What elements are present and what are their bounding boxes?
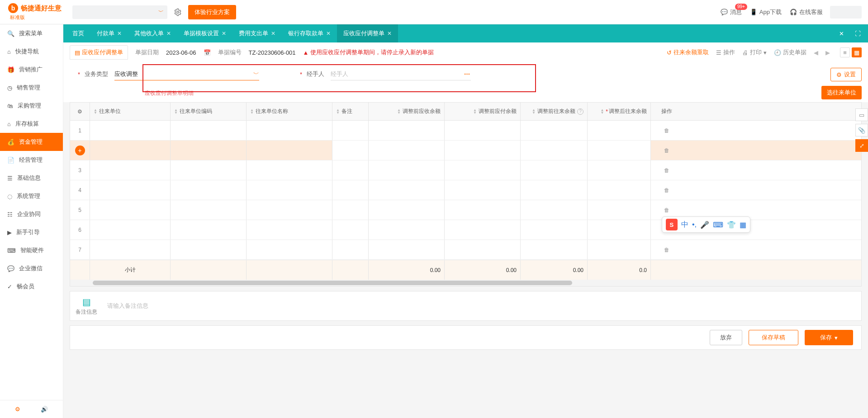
table-row[interactable]: +🗑	[70, 141, 861, 160]
cell-unit[interactable]	[90, 160, 171, 180]
cell-remark[interactable]	[332, 200, 369, 220]
prev-icon[interactable]: ◀	[814, 49, 818, 56]
cell-name[interactable]	[247, 220, 332, 240]
cell-ar[interactable]	[369, 200, 445, 220]
horizontal-scrollbar[interactable]	[70, 280, 861, 286]
col-name[interactable]: ▲▼往来单位名称	[247, 103, 332, 120]
close-icon[interactable]: ✕	[166, 30, 171, 37]
print-button[interactable]: 🖨打印▾	[742, 48, 767, 56]
ime-floating-bar[interactable]: S 中 •, 🎤 ⌨ 👕 ▦	[662, 216, 750, 233]
cell-code[interactable]	[171, 240, 247, 259]
ime-mic-icon[interactable]: 🎤	[700, 221, 709, 229]
ime-lang[interactable]: 中	[681, 220, 688, 230]
cell-ar[interactable]	[369, 220, 445, 240]
tab-5[interactable]: 银行存取款单✕	[282, 24, 337, 42]
close-icon[interactable]: ✕	[326, 30, 331, 37]
sidebar-item-9[interactable]: ◌系统管理	[0, 187, 63, 205]
company-select[interactable]: ﹀	[72, 5, 167, 19]
more-icon[interactable]: ⋯	[464, 70, 471, 77]
cell-bal[interactable]	[521, 240, 588, 259]
cell-remark[interactable]	[332, 240, 369, 259]
cell-unit[interactable]	[90, 240, 171, 259]
cell-name[interactable]	[247, 121, 332, 140]
cell-bal[interactable]	[521, 121, 588, 140]
table-row[interactable]: 7🗑	[70, 240, 861, 260]
cell-unit[interactable]	[90, 200, 171, 220]
cell-after[interactable]	[588, 141, 651, 160]
tab-1[interactable]: 付款单✕	[90, 24, 128, 42]
trash-icon[interactable]: 🗑	[664, 187, 669, 193]
remark-input[interactable]: 请输入备注信息	[103, 302, 861, 310]
cell-code[interactable]	[171, 180, 247, 200]
tab-6[interactable]: 应收应付调整单✕	[337, 24, 398, 42]
cell-ar[interactable]	[369, 180, 445, 200]
select-unit-button[interactable]: 选往来单位	[821, 86, 862, 99]
biz-type-select[interactable]: 应收调整 ﹀	[114, 68, 259, 80]
trash-icon[interactable]: 🗑	[664, 147, 669, 154]
reget-balance-button[interactable]: ↺往来余额重取	[667, 48, 709, 56]
sidebar-item-0[interactable]: 🔍搜索菜单	[0, 24, 63, 42]
try-plan-button[interactable]: 体验行业方案	[188, 5, 236, 19]
cell-bal[interactable]	[521, 180, 588, 200]
cell-after[interactable]	[588, 180, 651, 200]
cell-name[interactable]	[247, 240, 332, 259]
cell-ar[interactable]	[369, 141, 445, 160]
cell-name[interactable]	[247, 200, 332, 220]
app-download-button[interactable]: 📱 App下载	[750, 8, 782, 16]
operate-button[interactable]: ☰操作	[716, 48, 735, 56]
cell-code[interactable]	[171, 200, 247, 220]
fullscreen-button[interactable]: ⛶	[852, 28, 863, 39]
add-row-button[interactable]: +	[75, 146, 85, 155]
tab-2[interactable]: 其他收入单✕	[128, 24, 177, 42]
cell-after[interactable]	[588, 240, 651, 259]
next-icon[interactable]: ▶	[825, 49, 830, 56]
avatar[interactable]	[830, 6, 862, 19]
cell-remark[interactable]	[332, 180, 369, 200]
sidebar-item-14[interactable]: ✓畅会员	[0, 277, 63, 296]
cell-after[interactable]	[588, 220, 651, 240]
cell-remark[interactable]	[332, 121, 369, 140]
tab-3[interactable]: 单据模板设置✕	[177, 24, 232, 42]
table-row[interactable]: 4🗑	[70, 180, 861, 200]
tab-0[interactable]: 首页	[66, 24, 90, 42]
cell-remark[interactable]	[332, 141, 369, 160]
cell-ap[interactable]	[445, 240, 521, 259]
cell-unit[interactable]	[90, 220, 171, 240]
trash-icon[interactable]: 🗑	[664, 167, 669, 174]
cell-after[interactable]	[588, 121, 651, 140]
cell-remark[interactable]	[332, 220, 369, 240]
close-icon[interactable]: ✕	[117, 30, 122, 37]
rail-note-button[interactable]: ▭	[855, 108, 868, 121]
sidebar-item-13[interactable]: 💬企业微信	[0, 259, 63, 277]
rail-expand-button[interactable]: ⤢	[855, 139, 868, 152]
cell-code[interactable]	[171, 220, 247, 240]
cell-ap[interactable]	[445, 121, 521, 140]
cell-name[interactable]	[247, 141, 332, 160]
tab-4[interactable]: 费用支出单✕	[232, 24, 282, 42]
cell-code[interactable]	[171, 121, 247, 140]
col-unit[interactable]: ▲▼往来单位	[90, 103, 171, 120]
cell-ap[interactable]	[445, 141, 521, 160]
history-button[interactable]: 🕘历史单据	[774, 48, 806, 56]
sidebar-item-5[interactable]: ⌂库存核算	[0, 115, 63, 133]
trash-icon[interactable]: 🗑	[664, 247, 669, 253]
sidebar-item-12[interactable]: ⌨智能硬件	[0, 241, 63, 259]
close-all-tabs-button[interactable]: ✕	[835, 28, 847, 39]
cell-unit[interactable]	[90, 141, 171, 160]
sidebar-item-8[interactable]: ☰基础信息	[0, 169, 63, 187]
cell-ap[interactable]	[445, 200, 521, 220]
sidebar-item-6[interactable]: 💰资金管理	[0, 133, 63, 151]
trash-icon[interactable]: 🗑	[664, 127, 669, 134]
calendar-icon[interactable]: 📅	[204, 49, 211, 56]
cell-remark[interactable]	[332, 160, 369, 180]
ime-toolbox-icon[interactable]: ▦	[740, 221, 746, 229]
handler-input[interactable]: 经手人 ⋯	[331, 68, 471, 80]
sidebar-item-10[interactable]: ☷企业协同	[0, 205, 63, 223]
cell-ar[interactable]	[369, 240, 445, 259]
cell-ap[interactable]	[445, 180, 521, 200]
ime-punct-icon[interactable]: •,	[692, 221, 697, 229]
col-remark[interactable]: ▲▼备注	[332, 103, 369, 120]
settings-icon[interactable]: ⚙	[15, 406, 20, 413]
close-icon[interactable]: ✕	[387, 30, 392, 37]
view-list-button[interactable]: ≡	[840, 47, 850, 57]
